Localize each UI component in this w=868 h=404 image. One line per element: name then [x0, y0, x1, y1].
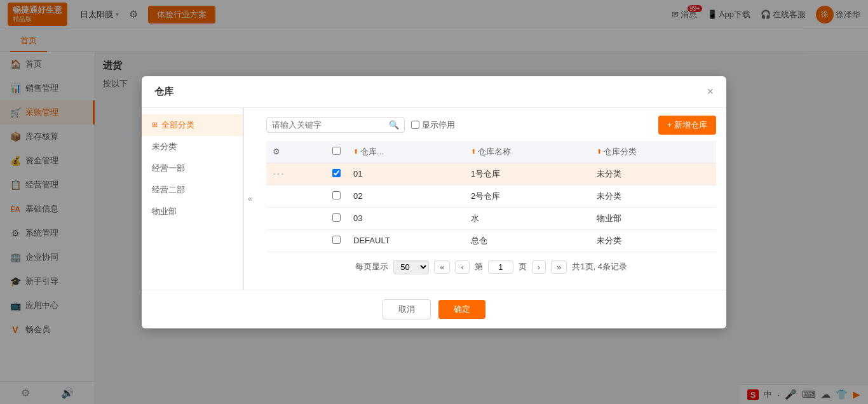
table-row[interactable]: 03 水 物业部 — [266, 207, 716, 229]
table-row[interactable]: DEFAULT 总仓 未分类 — [266, 229, 716, 252]
row-checkbox[interactable] — [332, 236, 341, 244]
row-checkbox[interactable] — [332, 169, 341, 177]
modal-title: 仓库 — [154, 86, 173, 98]
warehouse-table: ⚙ ⬆ 仓库... — [266, 141, 716, 252]
grid-icon: ⊞ — [152, 121, 158, 129]
modal-close-btn[interactable]: × — [707, 85, 714, 98]
row-checkbox-cell[interactable] — [326, 229, 347, 252]
warehouse-modal: 仓库 × ⊞ 全部分类 未分类 经营一部 经营二部 — [142, 76, 726, 328]
search-icon[interactable]: 🔍 — [389, 120, 399, 130]
modal-footer: 取消 确定 — [142, 290, 726, 328]
row-name: 总仓 — [465, 229, 590, 252]
page-next-btn[interactable]: › — [532, 260, 546, 274]
category-all-label: 全部分类 — [161, 119, 194, 131]
category-dept1[interactable]: 经营一部 — [142, 158, 243, 179]
row-code: 03 — [347, 207, 465, 229]
confirm-button[interactable]: 确定 — [438, 300, 485, 319]
show-disabled-label[interactable]: 显示停用 — [411, 119, 455, 131]
page-last-btn[interactable]: » — [551, 260, 567, 274]
page-label: 第 — [475, 261, 483, 273]
th-category: ⬆ 仓库分类 — [590, 141, 716, 163]
pagination: 每页显示 50 100 200 « ‹ 第 1 页 › » 共1页, 4条记录 — [266, 252, 716, 282]
row-category: 未分类 — [590, 229, 716, 252]
th-name: ⬆ 仓库名称 — [465, 141, 590, 163]
page-first-btn[interactable]: « — [434, 260, 450, 274]
category-none-label: 未分类 — [152, 141, 177, 152]
modal-toolbar: 🔍 显示停用 + 新增仓库 — [266, 116, 716, 135]
page-prev-btn[interactable]: ‹ — [455, 260, 469, 274]
sort-icon-name: ⬆ — [471, 148, 476, 155]
category-none[interactable]: 未分类 — [142, 136, 243, 158]
th-code: ⬆ 仓库... — [347, 141, 465, 163]
category-dept2-label: 经营二部 — [152, 184, 185, 196]
row-checkbox-cell[interactable] — [326, 163, 347, 185]
row-name: 水 — [465, 207, 590, 229]
row-name: 2号仓库 — [465, 185, 590, 207]
table-row[interactable]: ··· 01 1号仓库 未分类 — [266, 163, 716, 185]
select-all-checkbox[interactable] — [332, 147, 341, 155]
show-disabled-text: 显示停用 — [422, 119, 455, 131]
row-checkbox-cell[interactable] — [326, 207, 347, 229]
modal-main-content: 🔍 显示停用 + 新增仓库 ⚙ — [256, 108, 726, 290]
row-code: 02 — [347, 185, 465, 207]
total-info: 共1页, 4条记录 — [572, 261, 627, 273]
sort-icon: ⬆ — [353, 148, 358, 155]
category-all[interactable]: ⊞ 全部分类 — [142, 114, 243, 136]
settings-icon: ⚙ — [273, 147, 280, 156]
category-property-label: 物业部 — [152, 206, 177, 217]
row-checkbox[interactable] — [332, 213, 341, 222]
row-category: 物业部 — [590, 207, 716, 229]
collapse-icon: « — [248, 194, 252, 203]
category-sidebar: ⊞ 全部分类 未分类 经营一部 经营二部 物业部 — [142, 108, 243, 290]
row-dots-cell — [266, 185, 326, 207]
category-dept1-label: 经营一部 — [152, 163, 185, 174]
per-page-label: 每页显示 — [355, 261, 388, 273]
sort-icon-cat: ⬆ — [597, 148, 602, 155]
modal-body: ⊞ 全部分类 未分类 经营一部 经营二部 物业部 « — [142, 108, 726, 290]
row-dots-cell: ··· — [266, 163, 326, 185]
modal-header: 仓库 × — [142, 76, 726, 108]
row-checkbox[interactable] — [332, 191, 341, 199]
table-header-row: ⚙ ⬆ 仓库... — [266, 141, 716, 163]
sidebar-collapse-btn[interactable]: « — [243, 108, 256, 290]
modal-overlay: 仓库 × ⊞ 全部分类 未分类 经营一部 经营二部 — [0, 0, 868, 404]
row-checkbox-cell[interactable] — [326, 185, 347, 207]
row-dots-cell — [266, 207, 326, 229]
show-disabled-checkbox[interactable] — [411, 121, 419, 129]
row-name: 1号仓库 — [465, 163, 590, 185]
category-property[interactable]: 物业部 — [142, 201, 243, 222]
table-row[interactable]: 02 2号仓库 未分类 — [266, 185, 716, 207]
row-actions-icon[interactable]: ··· — [273, 168, 285, 179]
page-suffix: 页 — [519, 261, 527, 273]
new-warehouse-btn[interactable]: + 新增仓库 — [658, 116, 716, 135]
row-code: 01 — [347, 163, 465, 185]
th-checkbox — [326, 141, 347, 163]
search-input[interactable] — [272, 120, 386, 130]
row-category: 未分类 — [590, 185, 716, 207]
row-category: 未分类 — [590, 163, 716, 185]
cancel-button[interactable]: 取消 — [383, 299, 431, 320]
category-dept2[interactable]: 经营二部 — [142, 179, 243, 201]
th-settings: ⚙ — [266, 141, 326, 163]
row-code: DEFAULT — [347, 229, 465, 252]
per-page-select[interactable]: 50 100 200 — [393, 260, 429, 274]
row-dots-cell — [266, 229, 326, 252]
page-number-input[interactable]: 1 — [488, 260, 513, 274]
search-wrap: 🔍 — [266, 117, 405, 133]
